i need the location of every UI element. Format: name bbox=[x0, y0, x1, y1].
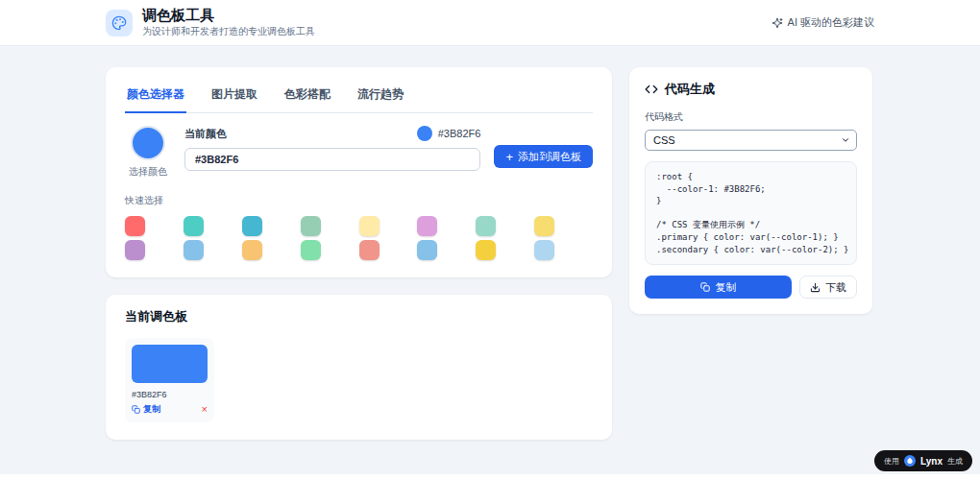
sparkles-icon bbox=[772, 17, 783, 29]
badge-suffix: 生成 bbox=[947, 456, 963, 467]
copy-code-button[interactable]: 复制 bbox=[645, 276, 792, 299]
download-button-label: 下载 bbox=[825, 280, 846, 295]
app-brand: 调色板工具 为设计师和开发者打造的专业调色板工具 bbox=[106, 7, 315, 37]
quick-select-label: 快速选择 bbox=[125, 194, 593, 207]
add-to-palette-button[interactable]: + 添加到调色板 bbox=[494, 145, 593, 168]
remove-color-button[interactable]: × bbox=[202, 404, 208, 415]
quick-color-swatch[interactable] bbox=[125, 240, 145, 260]
quick-color-grid bbox=[125, 216, 593, 260]
current-color-row: 选择颜色 当前颜色 #3B82F6 + 添加到调色板 bbox=[125, 126, 593, 179]
picker-tab[interactable]: 图片提取 bbox=[209, 79, 259, 112]
quick-color-swatch[interactable] bbox=[242, 216, 262, 236]
lynx-badge[interactable]: 使用 Lynx 生成 bbox=[874, 450, 972, 471]
app-header: 调色板工具 为设计师和开发者打造的专业调色板工具 AI 驱动的色彩建议 bbox=[0, 0, 980, 46]
lynx-logo-icon bbox=[904, 455, 916, 467]
ai-suggestion-hint: AI 驱动的色彩建议 bbox=[772, 15, 874, 30]
palette-items: #3B82F6 复制 × bbox=[125, 338, 593, 422]
quick-color-swatch[interactable] bbox=[301, 240, 321, 260]
download-icon bbox=[810, 282, 821, 293]
color-picker-card: 颜色选择器 图片提取 色彩搭配 流行趋势 选择颜色 当前颜色 bbox=[106, 67, 612, 277]
quick-color-swatch[interactable] bbox=[184, 216, 204, 236]
main-content: 颜色选择器 图片提取 色彩搭配 流行趋势 选择颜色 当前颜色 bbox=[106, 67, 874, 440]
plus-icon: + bbox=[505, 151, 513, 163]
picker-tabs: 颜色选择器 图片提取 色彩搭配 流行趋势 bbox=[125, 79, 593, 113]
quick-color-swatch[interactable] bbox=[417, 240, 437, 260]
quick-color-swatch[interactable] bbox=[125, 216, 145, 236]
palette-copy-link[interactable]: 复制 bbox=[132, 403, 160, 416]
code-format-label: 代码格式 bbox=[645, 110, 857, 124]
page-title: 调色板工具 bbox=[142, 7, 315, 23]
quick-color-swatch[interactable] bbox=[359, 240, 380, 260]
code-icon bbox=[645, 83, 658, 96]
current-color-hex: #3B82F6 bbox=[438, 128, 481, 139]
copy-icon bbox=[132, 405, 140, 414]
hex-color-input[interactable] bbox=[184, 148, 480, 171]
current-color-dot bbox=[417, 126, 432, 141]
code-generation-card: 代码生成 代码格式 CSS :root { --color-1: #3B82F6… bbox=[629, 67, 872, 314]
current-color-chip: #3B82F6 bbox=[417, 126, 481, 141]
picker-tab[interactable]: 流行趋势 bbox=[355, 79, 405, 112]
code-format-select[interactable]: CSS bbox=[645, 130, 857, 151]
copy-button-label: 复制 bbox=[716, 280, 737, 295]
palette-icon bbox=[111, 15, 127, 31]
palette-item: #3B82F6 复制 × bbox=[125, 338, 214, 422]
copy-icon bbox=[700, 282, 710, 292]
badge-brand: Lynx bbox=[920, 456, 943, 467]
quick-color-swatch[interactable] bbox=[476, 240, 496, 260]
generated-code-block: :root { --color-1: #3B82F6; } /* CSS 变量使… bbox=[645, 161, 857, 265]
quick-color-swatch[interactable] bbox=[301, 216, 321, 236]
current-color-label: 当前颜色 bbox=[184, 127, 227, 141]
quick-color-swatch[interactable] bbox=[242, 240, 262, 260]
quick-color-swatch[interactable] bbox=[359, 216, 380, 236]
picker-tab[interactable]: 色彩搭配 bbox=[282, 79, 332, 112]
palette-item-hex: #3B82F6 bbox=[132, 390, 208, 399]
palette-logo bbox=[106, 10, 133, 36]
color-picker-swatch[interactable] bbox=[131, 126, 165, 160]
quick-color-swatch[interactable] bbox=[534, 216, 554, 236]
palette-title: 当前调色板 bbox=[125, 308, 593, 325]
palette-copy-label: 复制 bbox=[143, 403, 160, 416]
quick-color-swatch[interactable] bbox=[417, 216, 437, 236]
page-subtitle: 为设计师和开发者打造的专业调色板工具 bbox=[142, 25, 315, 38]
footer-strip bbox=[0, 474, 980, 480]
ai-hint-label: AI 驱动的色彩建议 bbox=[788, 15, 874, 30]
pick-color-label: 选择颜色 bbox=[129, 165, 167, 179]
quick-color-swatch[interactable] bbox=[476, 216, 496, 236]
badge-prefix: 使用 bbox=[884, 456, 899, 467]
quick-color-swatch[interactable] bbox=[184, 240, 204, 260]
add-button-label: 添加到调色板 bbox=[518, 150, 581, 164]
palette-item-swatch bbox=[132, 345, 208, 383]
codegen-title: 代码生成 bbox=[665, 81, 715, 98]
quick-color-swatch[interactable] bbox=[534, 240, 554, 260]
current-palette-card: 当前调色板 #3B82F6 复制 bbox=[106, 295, 612, 440]
picker-tab[interactable]: 颜色选择器 bbox=[125, 79, 186, 113]
download-code-button[interactable]: 下载 bbox=[799, 276, 857, 299]
left-column: 颜色选择器 图片提取 色彩搭配 流行趋势 选择颜色 当前颜色 bbox=[106, 67, 612, 440]
